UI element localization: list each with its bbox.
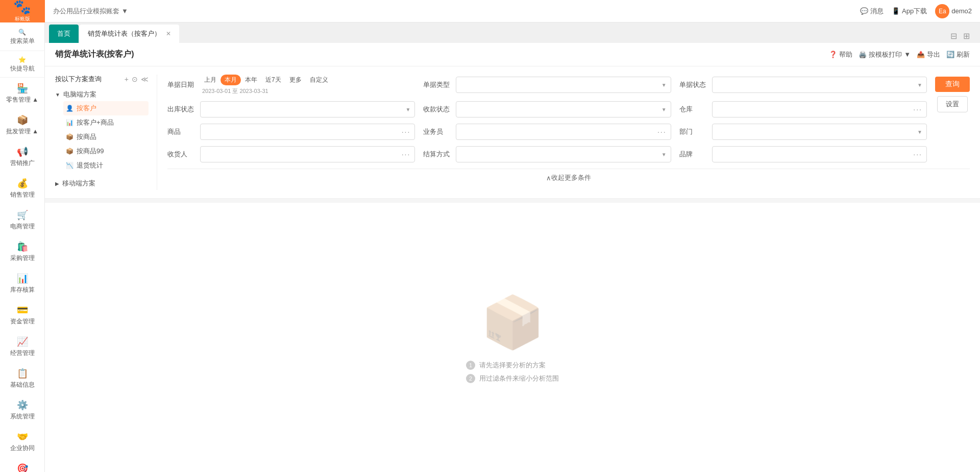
scheme-collapse-icon[interactable]: ≪ <box>141 75 149 83</box>
scheme-add-icon[interactable]: + <box>125 75 129 83</box>
filter-row-1: 单据日期 上月 本月 本年 近7天 更多 自定义 <box>167 75 927 95</box>
salesman-label: 业务员 <box>423 127 452 136</box>
receipt-status-input[interactable]: ▼ <box>456 101 671 117</box>
desktop-scheme-items: 👤 按客户 📊 按客户+商品 📦 按商品 📦 <box>55 101 149 173</box>
sidebar-item-ecommerce[interactable]: 🛒 电商管理 <box>0 204 45 236</box>
scheme-item-by-goods[interactable]: 📦 按商品 <box>63 130 149 144</box>
out-status-label: 出库状态 <box>167 105 196 114</box>
date-tab-cur-year[interactable]: 本年 <box>241 75 261 85</box>
doc-status-arrow-icon: ▼ <box>917 82 922 88</box>
scheme-item-by-goods-99[interactable]: 📦 按商品99 <box>63 144 149 158</box>
sidebar-item-operation[interactable]: 📈 经营管理 <box>0 331 45 363</box>
sidebar-item-marketing-label: 营销推广 <box>10 159 35 168</box>
tip-2-num: 2 <box>466 374 475 383</box>
brand-label: 品牌 <box>679 150 708 159</box>
collapse-button[interactable]: ∧ 收起更多条件 <box>167 169 970 186</box>
doc-status-field: 单据状态 ▼ <box>679 77 927 93</box>
sidebar-item-purchase[interactable]: 🛍️ 采购管理 <box>0 236 45 268</box>
sidebar-item-retail[interactable]: 🏪 零售管理 ▲ <box>0 78 45 109</box>
salesman-input[interactable]: ··· <box>456 124 671 140</box>
mobile-group-header[interactable]: ▶ 移动端方案 <box>55 177 149 190</box>
sidebar-item-finance[interactable]: 💳 资金管理 <box>0 299 45 331</box>
sidebar-item-system-label: 系统管理 <box>10 412 35 421</box>
scheme-item-refund-stat[interactable]: 📉 退货统计 <box>63 158 149 173</box>
newbie-icon: 🎯 <box>17 463 28 472</box>
sidebar-item-sales[interactable]: 💰 销售管理 <box>0 173 45 204</box>
doc-status-input[interactable]: ▼ <box>712 77 927 93</box>
department-input[interactable]: ▼ <box>712 124 927 140</box>
export-button[interactable]: 📤 导出 <box>917 50 940 59</box>
warehouse-input[interactable]: ··· <box>712 101 927 117</box>
goods-dots-icon: ··· <box>402 128 411 136</box>
sidebar-item-sales-label: 销售管理 <box>10 191 35 199</box>
date-tab-custom[interactable]: 自定义 <box>306 75 332 85</box>
sidebar-item-purchase-label: 采购管理 <box>10 254 35 263</box>
help-button[interactable]: ❓ 帮助 <box>829 50 852 59</box>
date-group: 上月 本月 本年 近7天 更多 自定义 2023-03-01 至 2023-03… <box>200 75 415 95</box>
receiver-input[interactable]: ··· <box>200 146 415 162</box>
sidebar-item-system[interactable]: ⚙️ 系统管理 <box>0 394 45 426</box>
desktop-group-label: 电脑端方案 <box>63 90 96 99</box>
mobile-arrow-icon: ▶ <box>55 181 59 186</box>
scheme-item-by-customer-goods[interactable]: 📊 按客户+商品 <box>63 115 149 130</box>
tab-close-icon[interactable]: ✕ <box>166 30 171 37</box>
app-download-button[interactable]: 📱 App下载 <box>892 7 927 16</box>
sidebar-item-coop-label: 企业协同 <box>10 444 35 453</box>
receiver-label: 收货人 <box>167 150 196 159</box>
tab-minimize-icon[interactable]: ⊟ <box>948 29 959 43</box>
goods-input[interactable]: ··· <box>200 124 415 140</box>
sidebar-item-coop[interactable]: 🤝 企业协同 <box>0 426 45 458</box>
tab-home[interactable]: 首页 <box>49 25 79 43</box>
date-tab-prev-month[interactable]: 上月 <box>200 75 220 85</box>
receipt-status-label: 收款状态 <box>423 105 452 114</box>
print-dropdown-icon: ▼ <box>904 51 911 58</box>
tab-sales-stat[interactable]: 销货单统计表（按客户） ✕ <box>80 25 179 43</box>
by-goods-99-icon: 📦 <box>65 147 74 155</box>
sidebar-item-wholesale[interactable]: 📦 批发管理 ▲ <box>0 109 45 141</box>
sidebar-item-inventory[interactable]: 📊 库存核算 <box>0 268 45 299</box>
refresh-label: 刷新 <box>957 50 970 59</box>
goods-field: 商品 ··· <box>167 124 415 140</box>
refresh-button[interactable]: 🔄 刷新 <box>946 50 970 59</box>
message-icon: 💬 <box>860 7 868 15</box>
page-header: 销货单统计表(按客户) ❓ 帮助 🖨️ 按模板打印 ▼ 📤 导出 🔄 刷新 <box>45 43 980 66</box>
empty-tips: 1 请先选择要分析的方案 2 用过滤条件来缩小分析范围 <box>466 361 559 383</box>
receiver-field: 收货人 ··· <box>167 146 415 162</box>
sidebar-item-newbie[interactable]: 🎯 新手引导 <box>0 458 45 472</box>
out-status-input[interactable]: ▼ <box>200 101 415 117</box>
by-customer-goods-label: 按客户+商品 <box>77 118 114 127</box>
purchase-icon: 🛍️ <box>17 241 28 252</box>
sales-icon: 💰 <box>17 178 28 189</box>
doc-type-input[interactable]: ▼ <box>456 77 671 93</box>
refund-stat-label: 退货统计 <box>77 161 103 170</box>
print-button[interactable]: 🖨️ 按模板打印 ▼ <box>859 50 911 59</box>
user-profile[interactable]: Ea demo2 <box>935 4 972 18</box>
sales-stat-label: 销货单统计表（按客户） <box>88 29 161 38</box>
sidebar: 🐾 标账版 🔍 搜索菜单 ⭐ 快捷导航 🏪 零售管理 ▲ 📦 批发管理 ▲ 📢 … <box>0 0 45 472</box>
date-tab-cur-month[interactable]: 本月 <box>220 75 241 85</box>
sidebar-item-inventory-label: 库存核算 <box>10 286 35 294</box>
scheme-item-by-customer[interactable]: 👤 按客户 <box>63 101 149 115</box>
doc-status-label: 单据状态 <box>679 80 708 89</box>
message-button[interactable]: 💬 消息 <box>860 7 884 16</box>
sidebar-item-basic[interactable]: 📋 基础信息 <box>0 363 45 394</box>
tab-expand-icon[interactable]: ⊞ <box>961 29 972 43</box>
brand-input[interactable]: ··· <box>712 146 927 162</box>
settings-button[interactable]: 设置 <box>937 96 968 112</box>
desktop-group-header[interactable]: ▼ 电脑端方案 <box>55 88 149 101</box>
sidebar-item-ecommerce-label: 电商管理 <box>10 222 35 231</box>
refund-stat-icon: 📉 <box>65 161 74 170</box>
sidebar-item-wholesale-label: 批发管理 ▲ <box>6 127 38 136</box>
sidebar-search[interactable]: 🔍 搜索菜单 <box>0 22 45 51</box>
date-tab-7days[interactable]: 近7天 <box>261 75 285 85</box>
mobile-scheme-group: ▶ 移动端方案 <box>55 177 149 190</box>
industry-selector[interactable]: 办公用品行业模拟账套 ▼ <box>53 7 128 16</box>
date-tab-more[interactable]: 更多 <box>285 75 306 85</box>
scheme-edit-icon[interactable]: ⊙ <box>132 75 138 83</box>
mobile-group-label: 移动端方案 <box>62 179 95 188</box>
payment-input[interactable]: ▼ <box>456 146 671 162</box>
query-button[interactable]: 查询 <box>935 77 970 92</box>
doc-type-field: 单据类型 ▼ <box>423 77 671 93</box>
sidebar-nav[interactable]: ⭐ 快捷导航 <box>0 51 45 78</box>
sidebar-item-marketing[interactable]: 📢 营销推广 <box>0 141 45 173</box>
